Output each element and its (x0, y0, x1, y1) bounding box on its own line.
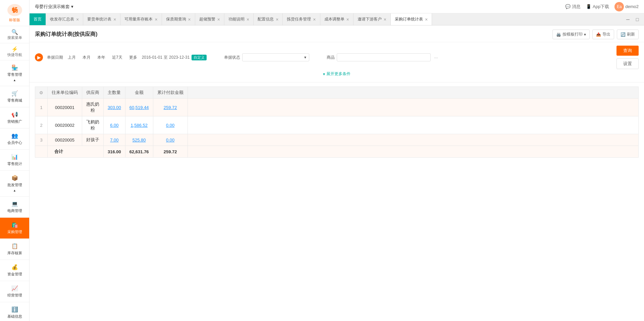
sidebar-item-label: 零售统计 (7, 161, 22, 166)
tab-label: 可用量库存账本 (124, 16, 153, 22)
sidebar-item-member[interactable]: 👥会员中心 (0, 128, 29, 150)
refresh-icon: 🔄 (621, 32, 626, 37)
tab-minimize-btn[interactable]: ─ (624, 15, 632, 23)
tab-close-icon[interactable]: × (276, 17, 278, 22)
tab-overstock_alert[interactable]: 超储预警× (195, 13, 224, 25)
topbar-right: 💬 消息 📱 App下载 Ea demo2 (565, 2, 639, 11)
tab-func_desc[interactable]: 功能说明× (224, 13, 254, 25)
status-filter-label: 单据状态 (224, 55, 240, 60)
message-btn[interactable]: 💬 消息 (565, 4, 581, 10)
sidebar-item-retail_stats[interactable]: 📊零售统计 (0, 150, 29, 171)
tab-close-icon[interactable]: × (313, 17, 316, 22)
column-settings-icon[interactable]: ⚙ (39, 90, 43, 95)
status-select[interactable]: ▾ (242, 53, 309, 61)
row-amount[interactable]: 525.80 (125, 134, 153, 146)
tab-config_info[interactable]: 配置信息× (254, 13, 283, 25)
sidebar-item-ecommerce[interactable]: 💻电商管理 (0, 197, 29, 218)
tab-invite_downstream[interactable]: 邀请下游客户× (354, 13, 391, 25)
message-label: 消息 (572, 4, 581, 10)
goods-input[interactable] (337, 53, 431, 61)
sidebar-item-operation[interactable]: 📈经营管理 (0, 281, 29, 302)
tab-pick_task[interactable]: 拣货任务管理× (283, 13, 320, 25)
tab-label: 邀请下游客户 (358, 16, 382, 22)
shortcut-more[interactable]: 更多 (126, 54, 140, 61)
sidebar-item-finance[interactable]: 💰资金管理 (0, 260, 29, 281)
sidebar-search[interactable]: 🔍搜索菜单 (0, 26, 29, 43)
operation-icon: 📈 (11, 285, 18, 291)
shortcut-prev-month[interactable]: 上月 (65, 54, 78, 61)
tab-close-icon[interactable]: × (384, 17, 386, 22)
tab-home[interactable]: 首页 (30, 13, 46, 25)
sidebar-item-retail[interactable]: 🏪零售管理▲ (0, 60, 29, 86)
tabbar-actions: ─ □ (621, 15, 644, 23)
tab-close-icon[interactable]: × (76, 17, 79, 22)
sidebar-item-label: 经营管理 (7, 293, 22, 298)
dropdown-icon: ▾ (71, 4, 73, 9)
query-button[interactable]: 查询 (616, 46, 639, 56)
date-custom-badge: 自定义 (192, 55, 207, 60)
tab-close-icon[interactable]: × (155, 17, 157, 22)
row-paid[interactable]: 259.72 (153, 99, 187, 116)
expand-more-icon: ▾ (323, 72, 325, 76)
tab-label: 收发存汇总表 (50, 16, 74, 22)
col-extra-header (187, 87, 638, 99)
tab-label: 成本调整单 (324, 16, 344, 22)
tab-close-icon[interactable]: × (188, 17, 191, 22)
shortcut-cur-month[interactable]: 本月 (80, 54, 93, 61)
sidebar-item-wholesale[interactable]: 📦批发管理▲ (0, 171, 29, 197)
date-filter-label: 单据日期 (47, 55, 63, 60)
sidebar-item-label: 批发管理 (7, 182, 22, 188)
app-download-btn[interactable]: 📱 App下载 (586, 4, 609, 10)
sidebar-item-marketing[interactable]: 📢营销推广 (0, 107, 29, 128)
tab-close-icon[interactable]: × (346, 17, 349, 22)
tab-label: 配置信息 (258, 16, 274, 22)
refresh-button[interactable]: 🔄 刷新 (617, 30, 639, 39)
sidebar-item-purchase[interactable]: 🛍️采购管理 (0, 218, 29, 239)
shortcut-cur-year[interactable]: 本年 (95, 54, 108, 61)
row-paid[interactable]: 0.00 (153, 116, 187, 134)
filter-expand-btn[interactable]: ▶ (35, 53, 43, 61)
tab-cost_adjust[interactable]: 成本调整单× (320, 13, 354, 25)
tab-goods_stats[interactable]: 要货单统计表× (83, 13, 120, 25)
row-paid[interactable]: 0.00 (153, 134, 187, 146)
expand-more-btn[interactable]: ▾ 展开更多条件 (323, 71, 351, 77)
app-icon: 📱 (586, 4, 591, 9)
retail_stats-icon: 📊 (11, 154, 18, 160)
sidebar-item-retail_mall[interactable]: 🛒零售商城 (0, 86, 29, 107)
marketing-icon: 📢 (11, 111, 18, 118)
tab-close-icon[interactable]: × (113, 17, 116, 22)
sidebar-item-inventory[interactable]: 📋库存核算 (0, 239, 29, 260)
sidebar-item-basic[interactable]: ℹ️基础信息 (0, 302, 29, 321)
row-quantity[interactable]: 6.00 (104, 116, 125, 134)
goods-more-icon[interactable]: ··· (434, 55, 438, 60)
sidebar-quick-nav[interactable]: ⚡快捷导航 (0, 43, 29, 60)
tab-close-icon[interactable]: × (425, 17, 428, 22)
row-quantity[interactable]: 303.00 (104, 99, 125, 116)
print-button[interactable]: 🖨️ 按模板打印 ▾ (552, 30, 590, 39)
tab-label: 拣货任务管理 (287, 16, 311, 22)
tab-receipt_summary[interactable]: 收发存汇总表× (46, 13, 83, 25)
row-quantity[interactable]: 7.00 (104, 134, 125, 146)
tab-inventory_ledger[interactable]: 可用量库存账本× (120, 13, 162, 25)
tab-warranty_query[interactable]: 保质期查询× (162, 13, 195, 25)
settings-button[interactable]: 设置 (616, 58, 639, 69)
row-amount[interactable]: 60,519.44 (125, 99, 153, 116)
data-table: ⚙ 往来单位编码 供应商 主数量 金额 累计付款金额 1 00020001 惠氏… (35, 87, 639, 158)
row-amount[interactable]: 1,586.52 (125, 116, 153, 134)
shortcut-7days[interactable]: 近7天 (109, 54, 125, 61)
tab-close-icon[interactable]: × (247, 17, 249, 22)
member-icon: 👥 (11, 132, 18, 139)
account-dropdown[interactable]: 母婴行业演示账套 ▾ (35, 4, 73, 10)
tab-maximize-btn[interactable]: □ (633, 15, 641, 23)
tab-close-icon[interactable]: × (217, 17, 220, 22)
col-code-header: 往来单位编码 (48, 87, 82, 99)
row-num: 1 (35, 99, 48, 116)
sidebar-item-label: 零售商城 (7, 98, 22, 103)
sidebar-item-label: 营销推广 (7, 119, 22, 124)
svg-text:畅: 畅 (12, 7, 18, 13)
user-info[interactable]: Ea demo2 (614, 2, 639, 11)
tab-purchase_stats[interactable]: 采购订单统计表× (391, 13, 432, 25)
tab-label: 采购订单统计表 (395, 16, 423, 22)
export-button[interactable]: 📤 导出 (592, 30, 614, 39)
retail_mall-icon: 🛒 (11, 90, 18, 97)
